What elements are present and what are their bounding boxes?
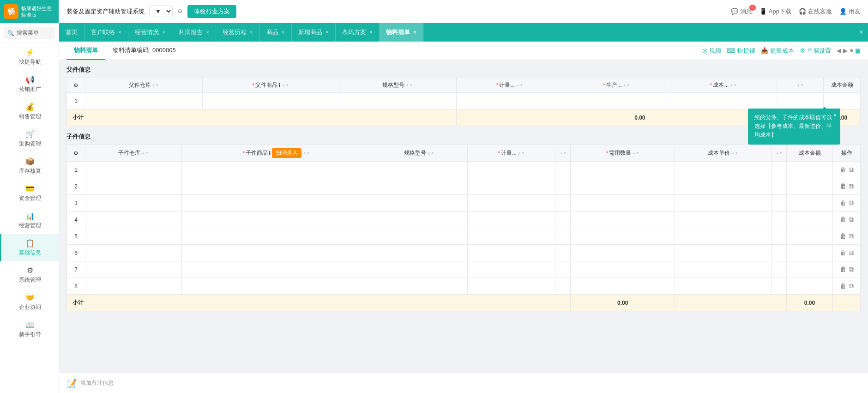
child-cell-qty-3[interactable] xyxy=(571,195,675,212)
delete-icon-5[interactable]: 🗑 xyxy=(840,232,846,240)
sidebar-item-9[interactable]: 🤝企业协同 xyxy=(0,289,59,316)
child-cell-unit-cost-1[interactable] xyxy=(675,162,772,178)
child-cell-unit-8[interactable] xyxy=(467,278,555,295)
nav-tab-1[interactable]: 客户联络× xyxy=(84,23,128,42)
copy-icon-3[interactable]: ⧉ xyxy=(849,199,854,207)
child-col-settings[interactable]: ⚙ xyxy=(67,145,85,162)
shortcut-btn[interactable]: ⌨ 快捷键 xyxy=(727,47,755,55)
delete-icon-3[interactable]: 🗑 xyxy=(840,199,846,207)
nav-tab-6[interactable]: 新增商品× xyxy=(292,23,336,42)
child-cell-unit-cost-5[interactable] xyxy=(675,228,772,245)
child-cell-sort-7[interactable] xyxy=(555,261,571,278)
delete-icon-2[interactable]: 🗑 xyxy=(840,182,846,190)
child-cell-product-8[interactable] xyxy=(181,278,371,295)
copy-icon-7[interactable]: ⧉ xyxy=(849,266,854,273)
nav-tab-0[interactable]: 首页 xyxy=(59,23,84,42)
list-view-icon[interactable]: ≡ xyxy=(850,47,853,54)
child-cell-qty-5[interactable] xyxy=(571,228,675,245)
delete-icon-6[interactable]: 🗑 xyxy=(840,249,846,257)
tab-close-icon[interactable]: × xyxy=(282,29,285,36)
child-cell-unit-6[interactable] xyxy=(467,245,555,261)
child-cell-sort2-4[interactable] xyxy=(772,212,787,228)
system-select[interactable]: ▼ xyxy=(149,6,173,17)
copy-icon-4[interactable]: ⧉ xyxy=(849,216,854,224)
parent-cell-warehouse[interactable] xyxy=(85,93,203,109)
delete-icon-7[interactable]: 🗑 xyxy=(840,266,846,273)
add-note-icon[interactable]: 📝 xyxy=(66,378,77,388)
child-cell-sort-3[interactable] xyxy=(555,195,571,212)
child-cell-product-5[interactable] xyxy=(181,228,371,245)
doc-settings-btn[interactable]: ⚙ 单据设置 xyxy=(800,47,831,55)
tab-close-icon[interactable]: × xyxy=(250,29,253,36)
experience-btn[interactable]: 体验行业方案 xyxy=(187,5,236,18)
child-cell-qty-4[interactable] xyxy=(571,212,675,228)
online-service-btn[interactable]: 🎧 在线客服 xyxy=(799,7,832,16)
nav-tab-2[interactable]: 经营情况× xyxy=(128,23,172,42)
nav-next-icon[interactable]: ▶ xyxy=(843,47,848,54)
child-cell-sort2-5[interactable] xyxy=(772,228,787,245)
child-cell-sort-6[interactable] xyxy=(555,245,571,261)
parent-cell-spec[interactable] xyxy=(339,93,456,109)
child-cell-spec-8[interactable] xyxy=(371,278,467,295)
sidebar-item-4[interactable]: 📦库存核算 xyxy=(0,152,59,180)
child-cell-sort2-2[interactable] xyxy=(772,178,787,195)
sub-tab-material-list[interactable]: 物料清单 xyxy=(66,42,105,60)
sidebar-item-0[interactable]: ⚡快捷导航 xyxy=(0,43,59,71)
sidebar-item-2[interactable]: 💰销售管理 xyxy=(0,98,59,125)
child-cell-spec-5[interactable] xyxy=(371,228,467,245)
app-download-btn[interactable]: 📱 App下载 xyxy=(760,7,791,16)
child-cell-sort2-8[interactable] xyxy=(772,278,787,295)
child-cell-spec-1[interactable] xyxy=(371,162,467,178)
child-cell-unit-cost-3[interactable] xyxy=(675,195,772,212)
search-button[interactable]: 🔍 搜索菜单 xyxy=(4,27,55,39)
child-cell-sort2-7[interactable] xyxy=(772,261,787,278)
child-cell-sort-2[interactable] xyxy=(555,178,571,195)
delete-icon-4[interactable]: 🗑 xyxy=(840,216,846,224)
child-cell-warehouse-8[interactable] xyxy=(85,278,182,295)
sidebar-item-6[interactable]: 📊经营管理 xyxy=(0,207,59,234)
child-cell-warehouse-7[interactable] xyxy=(85,261,182,278)
child-cell-unit-cost-2[interactable] xyxy=(675,178,772,195)
sidebar-item-8[interactable]: ⚙系统管理 xyxy=(0,261,59,289)
copy-icon-2[interactable]: ⧉ xyxy=(849,182,854,190)
nav-tab-4[interactable]: 经营历程× xyxy=(216,23,260,42)
child-cell-product-7[interactable] xyxy=(181,261,371,278)
child-cell-sort-8[interactable] xyxy=(555,278,571,295)
child-cell-unit-cost-6[interactable] xyxy=(675,245,772,261)
tab-close-icon[interactable]: × xyxy=(118,29,121,36)
delete-icon-8[interactable]: 🗑 xyxy=(840,282,846,290)
child-cell-product-6[interactable] xyxy=(181,245,371,261)
child-cell-unit-4[interactable] xyxy=(467,212,555,228)
tab-close-icon[interactable]: × xyxy=(162,29,165,36)
child-cell-unit-5[interactable] xyxy=(467,228,555,245)
nav-tab-8[interactable]: 物料清单× xyxy=(380,23,423,42)
child-cell-qty-8[interactable] xyxy=(571,278,675,295)
close-all-tabs-btn[interactable]: × xyxy=(855,23,868,42)
parent-cell-extra[interactable] xyxy=(777,93,824,109)
scan-button[interactable]: 扫码录入 xyxy=(272,148,301,158)
child-cell-unit-1[interactable] xyxy=(467,162,555,178)
child-cell-spec-6[interactable] xyxy=(371,245,467,261)
sidebar-item-7[interactable]: 📋基础信息 xyxy=(0,234,59,261)
child-cell-sort2-3[interactable] xyxy=(772,195,787,212)
parent-cell-product[interactable] xyxy=(202,93,339,109)
child-cell-qty-2[interactable] xyxy=(571,178,675,195)
child-cell-warehouse-4[interactable] xyxy=(85,212,182,228)
sidebar-search[interactable]: 🔍 搜索菜单 xyxy=(0,23,59,43)
parent-cell-cost[interactable] xyxy=(670,93,777,109)
nav-tab-7[interactable]: 条码方案× xyxy=(336,23,380,42)
child-cell-product-4[interactable] xyxy=(181,212,371,228)
tooltip-close-btn[interactable]: × xyxy=(833,111,837,120)
tab-close-icon[interactable]: × xyxy=(413,29,416,36)
child-cell-warehouse-3[interactable] xyxy=(85,195,182,212)
child-cell-unit-3[interactable] xyxy=(467,195,555,212)
user-btn[interactable]: 👤 用友 xyxy=(839,7,861,16)
video-btn[interactable]: ◎ 视频 xyxy=(702,47,721,55)
child-cell-sort2-1[interactable] xyxy=(772,162,787,178)
parent-cell-unit[interactable] xyxy=(456,93,563,109)
tab-close-icon[interactable]: × xyxy=(326,29,329,36)
parent-col-settings[interactable]: ⚙ xyxy=(67,78,85,93)
child-cell-unit-7[interactable] xyxy=(467,261,555,278)
child-cell-unit-2[interactable] xyxy=(467,178,555,195)
copy-icon-1[interactable]: ⧉ xyxy=(849,166,854,174)
